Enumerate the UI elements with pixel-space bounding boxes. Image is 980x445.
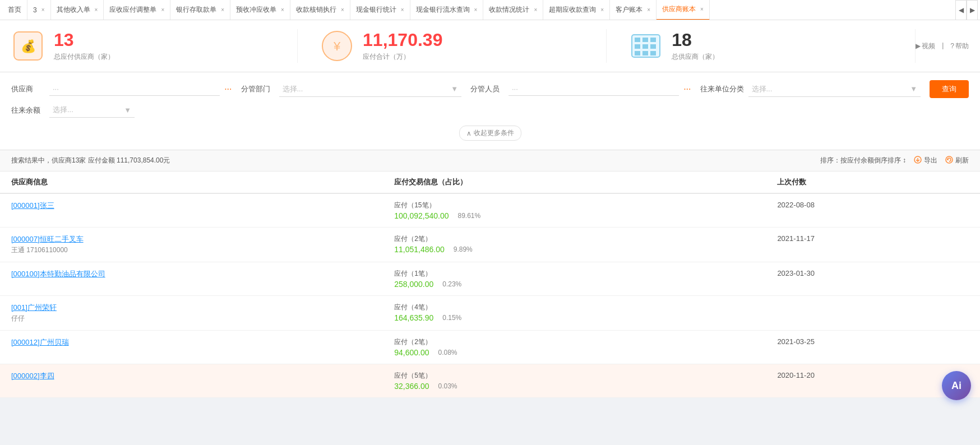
search-button[interactable]: 查询 bbox=[930, 80, 969, 98]
result-bar: 搜索结果中，供应商13家 应付金额 111,703,854.00元 排序：按应付… bbox=[0, 150, 980, 171]
trans-amount-link[interactable]: 94,600.00 bbox=[394, 348, 429, 357]
payable-suppliers-icon: 💰 bbox=[11, 29, 45, 63]
svg-rect-5 bbox=[635, 38, 640, 42]
trans-percent: 0.23% bbox=[442, 280, 461, 288]
dept-filter-label: 分管部门 bbox=[241, 84, 275, 94]
svg-text:¥: ¥ bbox=[333, 39, 341, 53]
supplier-link[interactable]: [000002]李四 bbox=[11, 371, 394, 381]
nav-tab-overdue-query[interactable]: 超期应收款查询 × bbox=[543, 0, 610, 20]
svg-point-16 bbox=[946, 156, 953, 163]
trans-amount-link[interactable]: 32,366.00 bbox=[394, 382, 429, 391]
nav-tab-cash-flow[interactable]: 现金银行流水查询 × bbox=[410, 0, 484, 20]
table-row: [000100]本特勤油品有限公司 应付（1笔） 258,000.00 0.23… bbox=[0, 262, 980, 296]
person-dot-menu[interactable]: ··· bbox=[683, 84, 691, 94]
chevron-down-icon: ▼ bbox=[124, 106, 131, 114]
total-suppliers-number: 18 bbox=[672, 30, 719, 50]
svg-rect-13 bbox=[650, 51, 656, 55]
nav-tab-cash-stat[interactable]: 现金银行统计 × bbox=[350, 0, 410, 20]
ai-assistant-button[interactable]: Ai bbox=[942, 371, 971, 398]
last-pay-date: 2020-11-20 bbox=[777, 371, 969, 391]
close-icon[interactable]: × bbox=[401, 7, 404, 13]
close-icon[interactable]: × bbox=[221, 7, 224, 13]
trans-amount-row: 164,635.90 0.15% bbox=[394, 313, 777, 322]
svg-rect-11 bbox=[635, 51, 640, 55]
svg-rect-6 bbox=[642, 38, 648, 42]
nav-arrows: ◀ ▶ bbox=[955, 0, 978, 20]
filter-row-second: 往来余额 选择... ▼ bbox=[11, 103, 969, 118]
total-suppliers-icon bbox=[629, 29, 663, 63]
sort-icon: ↕ bbox=[903, 156, 906, 164]
supplier-cell: [000012]广州贝瑞 bbox=[11, 337, 394, 357]
help-icon: ? bbox=[950, 42, 954, 50]
transaction-cell: 应付（2笔） 11,051,486.00 9.89% bbox=[394, 234, 777, 255]
close-icon[interactable]: × bbox=[281, 7, 284, 13]
close-icon[interactable]: × bbox=[474, 7, 478, 13]
sort-label: 排序：按应付余额倒序排序 ↕ bbox=[820, 156, 906, 165]
result-actions: 排序：按应付余额倒序排序 ↕ 导出 刷新 bbox=[820, 156, 969, 165]
dept-filter-select[interactable]: 选择... ▼ bbox=[279, 82, 462, 97]
help-link[interactable]: ? 帮助 bbox=[950, 41, 969, 51]
nav-tab-home[interactable]: 首页 bbox=[2, 0, 27, 20]
supplier-table: 供应商信息 应付交易信息（占比） 上次付数 [000001]张三 应付（15笔）… bbox=[0, 171, 980, 398]
trans-label: 应付（2笔） bbox=[394, 337, 777, 347]
close-icon[interactable]: × bbox=[647, 7, 650, 13]
collapse-section: ∧ 收起更多条件 bbox=[11, 122, 969, 144]
table-row: [001]广州荣轩 仔仔 应付（4笔） 164,635.90 0.15% bbox=[0, 296, 980, 331]
export-action[interactable]: 导出 bbox=[914, 156, 937, 165]
trans-amount-link[interactable]: 164,635.90 bbox=[394, 313, 433, 322]
svg-text:💰: 💰 bbox=[21, 39, 36, 54]
supplier-cell: [000002]李四 bbox=[11, 371, 394, 391]
supplier-link[interactable]: [000100]本特勤油品有限公司 bbox=[11, 269, 394, 279]
nav-arrow-right[interactable]: ▶ bbox=[967, 0, 978, 20]
nav-tab-payment-exec[interactable]: 收款核销执行 × bbox=[290, 0, 350, 20]
nav-tab-supplier-ledger[interactable]: 供应商账本 × bbox=[657, 0, 710, 20]
summary-links: ▶ 视频 | ? 帮助 bbox=[916, 41, 969, 51]
table-row: [000012]广州贝瑞 应付（2笔） 94,600.00 0.08% 2021… bbox=[0, 331, 980, 364]
refresh-action[interactable]: 刷新 bbox=[945, 156, 969, 165]
collapse-button[interactable]: ∧ 收起更多条件 bbox=[459, 126, 521, 141]
supplier-dot-menu[interactable]: ··· bbox=[224, 84, 232, 94]
trans-percent: 9.89% bbox=[454, 245, 473, 253]
table-col-lastpay: 上次付数 bbox=[777, 177, 969, 187]
last-pay-date: 2021-11-17 bbox=[777, 234, 969, 255]
filter-dept: 分管部门 选择... ▼ bbox=[241, 82, 462, 97]
svg-rect-9 bbox=[642, 44, 648, 49]
filter-supplier: 供应商 ··· bbox=[11, 82, 232, 96]
nav-tab-adjustment[interactable]: 应收应付调整单 × bbox=[104, 0, 170, 20]
supplier-link[interactable]: [000007]恒旺二手叉车 bbox=[11, 234, 394, 244]
trans-amount-link[interactable]: 100,092,540.00 bbox=[394, 211, 449, 220]
category-filter-select[interactable]: 选择... ▼ bbox=[748, 82, 921, 97]
video-link[interactable]: ▶ 视频 bbox=[916, 41, 935, 51]
balance-filter-select[interactable]: 选择... ▼ bbox=[49, 103, 135, 118]
supplier-filter-input[interactable] bbox=[49, 82, 220, 96]
svg-rect-8 bbox=[635, 44, 640, 49]
close-icon[interactable]: × bbox=[41, 7, 45, 13]
close-icon[interactable]: × bbox=[95, 7, 98, 13]
nav-tab-receipt-stat[interactable]: 收款情况统计 × bbox=[483, 0, 543, 20]
close-icon[interactable]: × bbox=[161, 7, 164, 13]
nav-tab-prepay[interactable]: 预收冲应收单 × bbox=[230, 0, 290, 20]
supplier-link[interactable]: [000001]张三 bbox=[11, 201, 394, 211]
summary-info-payable: 13 总应付供应商（家） bbox=[54, 30, 114, 62]
trans-label: 应付（4笔） bbox=[394, 303, 777, 312]
chevron-down-icon: ▼ bbox=[910, 85, 917, 93]
table-col-transaction: 应付交易信息（占比） bbox=[394, 177, 777, 187]
close-icon[interactable]: × bbox=[534, 7, 537, 13]
nav-tab-customer-ledger[interactable]: 客户账本 × bbox=[610, 0, 657, 20]
trans-amount-row: 94,600.00 0.08% bbox=[394, 348, 777, 357]
nav-arrow-left[interactable]: ◀ bbox=[955, 0, 967, 20]
close-icon[interactable]: × bbox=[700, 6, 704, 12]
nav-tab-bank-deposit[interactable]: 银行存取款单 × bbox=[170, 0, 230, 20]
trans-label: 应付（1笔） bbox=[394, 269, 777, 279]
summary-info-total: 18 总供应商（家） bbox=[672, 30, 719, 62]
trans-amount-link[interactable]: 258,000.00 bbox=[394, 280, 433, 289]
nav-tab-3[interactable]: 3 × bbox=[27, 0, 51, 20]
close-icon[interactable]: × bbox=[600, 7, 604, 13]
supplier-link[interactable]: [000012]广州贝瑞 bbox=[11, 337, 394, 347]
person-filter-input[interactable] bbox=[509, 82, 679, 96]
close-icon[interactable]: × bbox=[341, 7, 344, 13]
trans-amount-link[interactable]: 11,051,486.00 bbox=[394, 245, 445, 254]
supplier-link[interactable]: [001]广州荣轩 bbox=[11, 303, 394, 313]
nav-tab-other-income[interactable]: 其他收入单 × bbox=[51, 0, 104, 20]
trans-amount-row: 32,366.00 0.03% bbox=[394, 382, 777, 391]
